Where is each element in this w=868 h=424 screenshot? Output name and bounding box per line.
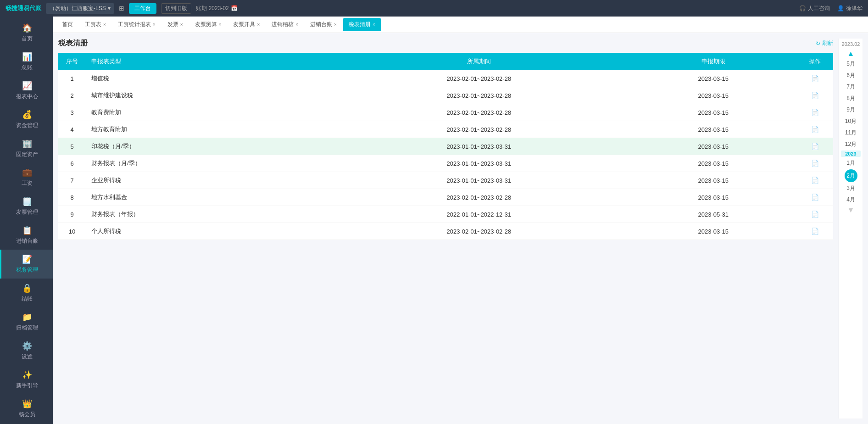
sidebar-item-ledger[interactable]: 📊 总账 (0, 47, 53, 76)
timeline-month-3[interactable]: 3月 (841, 183, 861, 194)
timeline-month-12[interactable]: 12月 (841, 139, 861, 150)
action-doc-icon[interactable]: 📄 (811, 211, 819, 218)
home-icon: 🏠 (22, 23, 32, 33)
cell-period: 2022-01-01~2022-12-31 (328, 206, 630, 223)
sidebar-item-assets[interactable]: 🏢 固定资产 (0, 134, 53, 163)
refresh-button[interactable]: ↻ 刷新 (816, 39, 833, 47)
tab-close-icon[interactable]: × (103, 22, 106, 27)
ai-consult-btn[interactable]: 🎧 人工咨询 (799, 5, 830, 12)
tab-close-icon[interactable]: × (334, 22, 337, 27)
cell-type: 财务报表（月/季） (86, 155, 328, 172)
assets-icon: 🏢 (22, 139, 32, 149)
cell-deadline: 2023-03-15 (630, 172, 796, 189)
timeline-month-8[interactable]: 8月 (841, 93, 861, 104)
table-row: 9 财务报表（年报） 2022-01-01~2022-12-31 2023-05… (58, 206, 833, 223)
tab-tax-clear[interactable]: 税表清册 × (343, 18, 381, 31)
table-row: 7 企业所得税 2023-01-01~2023-03-31 2023-03-15… (58, 172, 833, 189)
salary-icon: 💼 (22, 167, 32, 178)
action-doc-icon[interactable]: 📄 (811, 160, 819, 167)
company-icon-btn[interactable]: ⊞ (119, 5, 124, 12)
tab-invoice-check[interactable]: 发票测算 × (189, 18, 227, 31)
sidebar-item-guide[interactable]: ✨ 新手引导 (0, 365, 53, 394)
timeline-month-2-current[interactable]: 2月 (845, 169, 857, 182)
tab-invoice-open[interactable]: 发票开具 × (228, 18, 265, 31)
tab-close-icon[interactable]: × (153, 22, 156, 27)
sidebar-item-invoice[interactable]: 🗒️ 发票管理 (0, 192, 53, 221)
timeline-month-9[interactable]: 9月 (841, 105, 861, 115)
timeline-year-2023: 2023 (841, 151, 861, 157)
cell-type: 印花税（月/季） (86, 138, 328, 155)
sidebar-item-label: 畅会员 (19, 411, 35, 418)
switch-old-button[interactable]: 切到旧版 (161, 3, 191, 14)
action-doc-icon[interactable]: 📄 (811, 194, 819, 201)
sidebar-item-home[interactable]: 🏠 首页 (0, 18, 53, 47)
timeline-month-11[interactable]: 11月 (841, 128, 861, 138)
cell-period: 2023-01-01~2023-03-31 (328, 155, 630, 172)
tab-purchase-ledger[interactable]: 进销台账 × (305, 18, 342, 31)
timeline-month-10[interactable]: 10月 (841, 116, 861, 127)
tab-close-icon[interactable]: × (373, 22, 375, 27)
sidebar-item-tax[interactable]: 📝 税务管理 (0, 250, 53, 279)
tab-purchase-check[interactable]: 进销稽核 × (266, 18, 304, 31)
sidebar-item-report[interactable]: 📈 报表中心 (0, 76, 53, 105)
timeline-month-7[interactable]: 7月 (841, 82, 861, 92)
timeline-down-nav[interactable]: ▼ (847, 206, 855, 214)
sidebar-item-label: 归档管理 (16, 324, 38, 332)
sidebar-item-reconcile[interactable]: 📋 进销台账 (0, 221, 53, 250)
tab-close-icon[interactable]: × (295, 22, 298, 27)
timeline-month-5[interactable]: 5月 (841, 59, 861, 69)
cell-period: 2023-02-01~2023-02-28 (328, 223, 630, 240)
tab-home[interactable]: 首页 (56, 18, 78, 31)
workbench-button[interactable]: 工作台 (129, 3, 156, 14)
cell-no: 5 (58, 138, 86, 155)
action-doc-icon[interactable]: 📄 (811, 143, 819, 150)
cell-deadline: 2023-03-15 (630, 121, 796, 138)
sidebar: 🏠 首页 📊 总账 📈 报表中心 💰 资金管理 🏢 固定资产 💼 工资 🗒️ 发… (0, 17, 53, 424)
report-icon: 📈 (22, 81, 32, 91)
action-doc-icon[interactable]: 📄 (811, 177, 819, 184)
cell-no: 1 (58, 70, 86, 87)
cell-action: 📄 (796, 121, 833, 138)
sidebar-item-fund[interactable]: 💰 资金管理 (0, 105, 53, 134)
sidebar-item-closing[interactable]: 🔒 结账 (0, 279, 53, 307)
company-selector[interactable]: （勿动）江西服宝-LSS ▾ (46, 3, 114, 14)
action-doc-icon[interactable]: 📄 (811, 75, 819, 82)
timeline-month-1[interactable]: 1月 (841, 158, 861, 168)
action-doc-icon[interactable]: 📄 (811, 109, 819, 116)
sidebar-item-label: 进销台账 (16, 237, 38, 245)
timeline-month-4[interactable]: 4月 (841, 195, 861, 205)
user-menu[interactable]: 👤 徐泽华 (837, 5, 862, 12)
headset-icon: 🎧 (799, 5, 806, 11)
tab-label: 发票测算 (195, 21, 217, 28)
avatar-icon: 👤 (837, 5, 844, 11)
tab-salary-table[interactable]: 工资表 × (79, 18, 111, 31)
table-header: 序号 申报表类型 所属期间 申报期限 操作 (58, 53, 833, 70)
cell-period: 2023-02-01~2023-02-28 (328, 104, 630, 121)
cell-action: 📄 (796, 70, 833, 87)
cell-period: 2023-02-01~2023-02-28 (328, 87, 630, 104)
sidebar-item-salary[interactable]: 💼 工资 (0, 163, 53, 192)
member-icon: 👑 (22, 399, 32, 409)
action-doc-icon[interactable]: 📄 (811, 126, 819, 133)
timeline-month-6[interactable]: 6月 (841, 70, 861, 81)
timeline-header: 2023.02 (841, 41, 861, 47)
col-type: 申报表类型 (86, 53, 328, 70)
main-layout: 🏠 首页 📊 总账 📈 报表中心 💰 资金管理 🏢 固定资产 💼 工资 🗒️ 发… (0, 17, 868, 424)
sidebar-item-settings[interactable]: ⚙️ 设置 (0, 336, 53, 365)
sidebar-item-member[interactable]: 👑 畅会员 (0, 394, 53, 423)
action-doc-icon[interactable]: 📄 (811, 228, 819, 235)
tab-label: 发票 (167, 21, 178, 28)
timeline-up-nav[interactable]: ▲ (847, 50, 855, 58)
calendar-icon[interactable]: 📅 (231, 5, 238, 11)
content-area: 首页 工资表 × 工资统计报表 × 发票 × 发票测算 × 发票开具 × (53, 17, 868, 424)
tab-close-icon[interactable]: × (180, 22, 183, 27)
tab-close-icon[interactable]: × (219, 22, 222, 27)
cell-no: 10 (58, 223, 86, 240)
sidebar-item-label: 工资 (22, 179, 33, 187)
table-row: 10 个人所得税 2023-02-01~2023-02-28 2023-03-1… (58, 223, 833, 240)
sidebar-item-archive[interactable]: 📁 归档管理 (0, 307, 53, 336)
action-doc-icon[interactable]: 📄 (811, 92, 819, 99)
tab-close-icon[interactable]: × (257, 22, 260, 27)
tab-invoice[interactable]: 发票 × (162, 18, 189, 31)
tab-salary-stat[interactable]: 工资统计报表 × (112, 18, 161, 31)
